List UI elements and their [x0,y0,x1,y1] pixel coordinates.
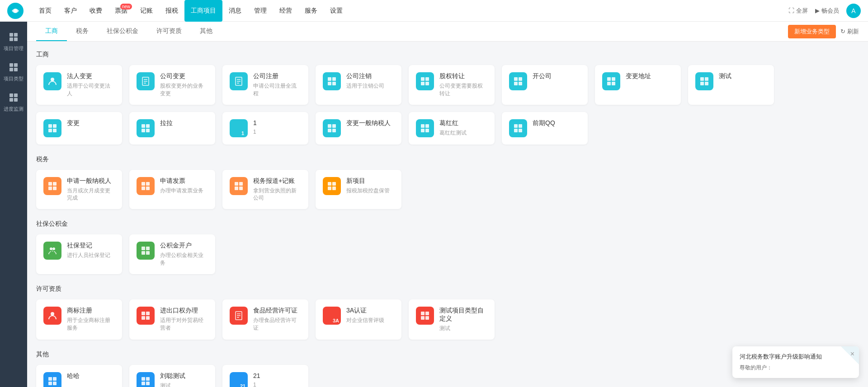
card-c9[interactable]: 变更 [36,112,122,145]
card-c11[interactable]: 1 11 [222,112,308,145]
svg-rect-88 [230,177,248,195]
svg-point-99 [50,247,52,250]
nav-item-settings[interactable]: 设置 [324,0,349,22]
card-c6[interactable]: 开公司 [502,65,588,105]
svg-rect-53 [53,124,57,128]
card-desc-c5: 公司变更需要股权转让 [439,82,487,98]
sub-tab-shuiwu[interactable]: 税务 [67,22,98,41]
card-title-t2: 申请发票 [160,177,203,185]
card-c8[interactable]: 测试 [688,65,774,105]
card-desc-o3: 1 [253,381,260,387]
card-s2[interactable]: 公积金开户办理公积金相关业务 [129,234,215,274]
svg-rect-123 [421,316,425,320]
sidebar-item-project-manage[interactable]: 项目管理 [0,26,27,56]
new-type-button[interactable]: 新增业务类型 [788,25,836,38]
card-icon-t1 [43,177,61,195]
svg-rect-92 [239,187,243,190]
card-c13[interactable]: 葛红红葛红红测试 [409,112,495,145]
card-o3[interactable]: 21 211 [222,365,308,387]
svg-rect-101 [137,242,155,260]
card-title-c14: 前期QQ [533,119,555,127]
svg-rect-86 [142,187,145,190]
svg-point-15 [51,78,54,81]
vip-btn[interactable]: ▶ 畅会员 [815,7,839,15]
nav-item-customer[interactable]: 客户 [58,0,83,22]
section-shebao-section: 社保公积金 社保登记进行人员社保登记 公积金开户办理公积金相关业务 [36,220,859,274]
card-body-c1: 法人变更适用于公司变更法人 [67,72,115,98]
nav-item-business[interactable]: 工商项目 [184,0,222,22]
svg-rect-38 [519,77,522,81]
nav-item-billing[interactable]: 收费 [83,0,108,22]
svg-rect-60 [146,129,150,132]
svg-rect-35 [425,82,429,85]
svg-rect-63 [323,119,341,137]
nav-badge-ticket: new [120,4,132,9]
app-logo[interactable] [7,3,24,19]
svg-rect-33 [425,77,429,81]
card-o2[interactable]: 刘聪测试测试 [129,365,215,387]
card-c5[interactable]: 股权转让公司变更需要股权转让 [409,65,495,105]
card-t2[interactable]: 申请发票办理申请发票业务 [129,170,215,210]
card-c1[interactable]: 法人变更适用于公司变更法人 [36,65,122,105]
refresh-button[interactable]: ↻ 刷新 [840,28,859,36]
card-body-c10: 拉拉 [160,119,173,129]
card-icon-o2 [137,372,155,387]
svg-rect-105 [146,251,150,255]
sidebar-item-project-type[interactable]: 项目类型 [0,56,27,87]
card-body-t4: 新项目报税加税控盘保管 [346,177,390,195]
card-c12[interactable]: 变更一般纳税人 [316,112,401,145]
card-desc-x5: 测试 [439,325,487,332]
card-desc-t1: 当月或次月成变更完成 [67,187,115,202]
card-x1[interactable]: 商标注册用于企业商标注册服务 [36,299,122,340]
sidebar-item-progress-monitor[interactable]: 进度监测 [0,87,27,117]
sidebar-label-project-type: 项目类型 [4,75,24,82]
svg-rect-11 [14,93,18,97]
cards-grid-shebao-section: 社保登记进行人员社保登记 公积金开户办理公积金相关业务 [36,234,859,274]
card-c4[interactable]: 公司注销适用于注销公司 [316,65,401,105]
card-c2[interactable]: 公司变更股权变更外的业务变更 [129,65,215,105]
fullscreen-btn[interactable]: ⛶ 全屏 [788,7,808,15]
card-t1[interactable]: 申请一般纳税人当月或次月成变更完成 [36,170,122,210]
card-x3[interactable]: 食品经营许可证办理食品经营许可证 [222,299,308,340]
card-title-c9: 变更 [67,119,80,127]
svg-rect-133 [142,382,145,385]
nav-item-home[interactable]: 首页 [33,0,58,22]
svg-rect-96 [328,187,331,190]
card-o1[interactable]: 哈哈 [36,365,122,387]
sub-tab-other[interactable]: 其他 [191,22,222,41]
svg-rect-44 [607,82,611,85]
sub-tab-xuke[interactable]: 许可资质 [147,22,191,41]
card-x5[interactable]: 测试项目类型自定义测试 [409,299,495,340]
nav-item-account[interactable]: 记账 [134,0,159,22]
avatar[interactable]: A [846,4,861,18]
section-shuiwu-section: 税务 申请一般纳税人当月或次月成变更完成 申请发票办理申请发票业务 税务报道+记… [36,155,859,210]
card-c14[interactable]: 前期QQ [502,112,588,145]
card-x2[interactable]: 进出口权办理适用于对外贸易经营者 [129,299,215,340]
card-c10[interactable]: 拉拉 [129,112,215,145]
card-t4[interactable]: 新项目报税加税控盘保管 [316,170,401,210]
fullscreen-icon: ⛶ [788,7,794,14]
card-s1[interactable]: 社保登记进行人员社保登记 [36,234,122,274]
svg-rect-57 [142,124,145,128]
nav-item-ticket[interactable]: 票据new [108,0,134,22]
svg-rect-89 [235,182,238,186]
nav-item-operation[interactable]: 经营 [273,0,298,22]
svg-rect-50 [705,82,708,85]
sub-tab-shebao[interactable]: 社保公积金 [98,22,147,41]
card-icon-c10 [137,119,155,137]
sub-tab-gongshang[interactable]: 工商 [36,22,67,41]
card-x4[interactable]: 3A 3A认证对企业信誉评级 [316,299,401,340]
sub-tabs-left: 工商税务社保公积金许可资质其他 [36,22,222,41]
svg-rect-109 [142,312,145,315]
nav-item-service[interactable]: 服务 [298,0,324,22]
nav-item-manage[interactable]: 管理 [248,0,273,22]
svg-rect-41 [602,72,620,90]
svg-rect-91 [235,187,238,190]
notification-close-button[interactable]: × [850,350,854,358]
card-c7[interactable]: 变更地址 [595,65,681,105]
section-xuke-section: 许可资质 商标注册用于企业商标注册服务 进出口权办理适用于对外贸易经营者 食品经… [36,285,859,340]
card-c3[interactable]: 公司注册申请公司注册全流程 [222,65,308,105]
nav-item-message[interactable]: 消息 [222,0,248,22]
nav-item-tax[interactable]: 报税 [159,0,184,22]
card-t3[interactable]: 税务报道+记账拿到营业执照的新公司 [222,170,308,210]
